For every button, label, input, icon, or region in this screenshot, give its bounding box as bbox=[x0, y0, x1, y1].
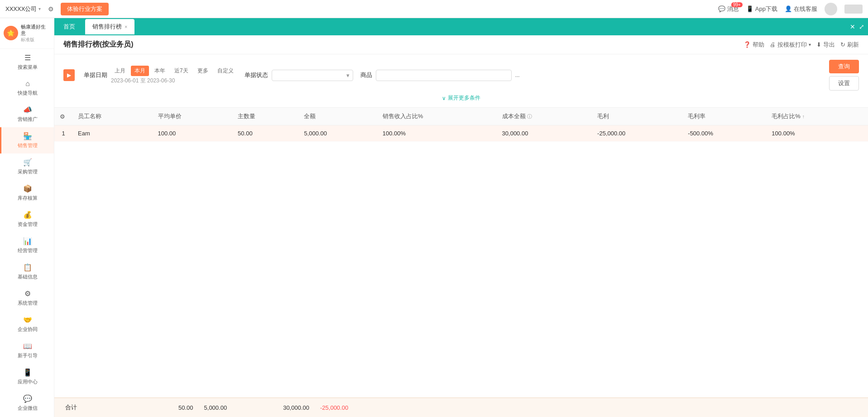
sidebar-item-search[interactable]: ☰ 搜索菜单 bbox=[0, 49, 54, 75]
tab-active[interactable]: 销售排行榜 × bbox=[85, 19, 134, 34]
logo-text-block: 畅康通好生意 标准版 bbox=[21, 24, 50, 43]
sidebar-item-label-quick-nav: 快捷导航 bbox=[18, 90, 38, 96]
sidebar-item-operations[interactable]: 📊 经营管理 bbox=[0, 232, 54, 259]
sidebar-item-onboarding[interactable]: 📖 新手引导 bbox=[0, 337, 54, 364]
date-range: 2023-06-01 至 2023-06-30 bbox=[111, 77, 237, 85]
table-row: 1 Eam 100.00 50.00 5,000.00 100.00% 30,0… bbox=[54, 125, 868, 142]
company-selector[interactable]: XXXXX公司 ▾ bbox=[5, 5, 41, 13]
sidebar-item-basic-info[interactable]: 📋 基础信息 bbox=[0, 259, 54, 285]
operations-icon: 📊 bbox=[23, 237, 32, 245]
status-select[interactable] bbox=[272, 70, 353, 81]
logo-tag: 标准版 bbox=[21, 37, 50, 43]
sidebar-item-marketing[interactable]: 📣 营销推广 bbox=[0, 101, 54, 127]
sidebar-item-collab[interactable]: 🤝 企业协同 bbox=[0, 311, 54, 337]
user-name-placeholder bbox=[844, 5, 863, 14]
date-filter: 单据日期 上月 本月 本年 近7天 更多 自定义 2023-06-01 至 20… bbox=[84, 66, 237, 85]
refresh-action[interactable]: ↻ 刷新 bbox=[840, 41, 859, 49]
expand-row: ∨ 展开更多条件 bbox=[63, 94, 859, 102]
footer-label: 合计 bbox=[60, 402, 82, 413]
cell-profit: -25,000.00 bbox=[592, 125, 682, 142]
date-tab-custom[interactable]: 自定义 bbox=[214, 66, 237, 76]
goods-input[interactable] bbox=[376, 70, 512, 81]
export-label: 导出 bbox=[823, 41, 835, 49]
logo-icon: 🌟 bbox=[4, 26, 18, 40]
date-tab-this-year[interactable]: 本年 bbox=[151, 66, 169, 76]
app-download-btn[interactable]: 📱 App下载 bbox=[746, 5, 777, 13]
refresh-label: 刷新 bbox=[847, 41, 859, 49]
help-label: 帮助 bbox=[753, 41, 764, 49]
onboarding-icon: 📖 bbox=[23, 342, 32, 350]
sidebar-item-label-purchase: 采购管理 bbox=[18, 168, 38, 175]
enterprise-wechat-icon: 💬 bbox=[23, 394, 32, 403]
settings-icon[interactable]: ⚙ bbox=[44, 3, 57, 15]
sidebar-item-finance[interactable]: 💰 资金管理 bbox=[0, 206, 54, 232]
sidebar-item-inventory[interactable]: 📦 库存核算 bbox=[0, 180, 54, 206]
filter-toggle[interactable]: ▶ bbox=[63, 69, 75, 81]
tab-bar-right: ✕ ⤢ bbox=[850, 23, 868, 30]
message-btn[interactable]: 💬 消息 99+ bbox=[718, 5, 739, 13]
table-head: ⚙ 员工名称 平均单价 主数量 全额 销售收入占比% 成本全额 ⓘ 毛利 毛利率… bbox=[54, 108, 868, 125]
footer-spacer-avg bbox=[137, 406, 173, 409]
sidebar-item-app-center[interactable]: 📱 应用中心 bbox=[0, 364, 54, 390]
page-content: 销售排行榜(按业务员) ❓ 帮助 🖨 按模板打印 ▾ ⬇ 导出 bbox=[54, 35, 868, 417]
page-title: 销售排行榜(按业务员) bbox=[63, 40, 134, 49]
date-tab-this-month[interactable]: 本月 bbox=[131, 66, 149, 76]
settings-button[interactable]: 设置 bbox=[829, 76, 859, 91]
tab-active-label: 销售排行榜 bbox=[92, 23, 122, 31]
sidebar-item-quick-nav[interactable]: ⌂ 快捷导航 bbox=[0, 75, 54, 101]
th-cost: 成本全额 ⓘ bbox=[497, 108, 592, 125]
content-area: 首页 销售排行榜 × ✕ ⤢ 销售排行榜(按业务员) ❓ 帮助 bbox=[54, 18, 868, 417]
table-wrapper: ⚙ 员工名称 平均单价 主数量 全额 销售收入占比% 成本全额 ⓘ 毛利 毛利率… bbox=[54, 108, 868, 417]
query-button[interactable]: 查询 bbox=[829, 60, 859, 73]
tab-home[interactable]: 首页 bbox=[54, 19, 84, 34]
table-scroll: ⚙ 员工名称 平均单价 主数量 全额 销售收入占比% 成本全额 ⓘ 毛利 毛利率… bbox=[54, 108, 868, 398]
cell-avg-price: 100.00 bbox=[153, 125, 233, 142]
service-icon: 👤 bbox=[785, 5, 792, 12]
print-label: 按模板打印 bbox=[777, 41, 807, 49]
tab-close-window-icon[interactable]: ✕ bbox=[850, 23, 855, 30]
date-tabs: 上月 本月 本年 近7天 更多 自定义 2023-06-01 至 2023-06… bbox=[111, 66, 237, 85]
sidebar-item-enterprise-wechat[interactable]: 💬 企业微信 bbox=[0, 390, 54, 416]
system-icon: ⚙ bbox=[24, 289, 31, 298]
company-arrow-icon: ▾ bbox=[38, 6, 41, 11]
filter-toggle-icon: ▶ bbox=[63, 69, 75, 81]
sidebar-item-label-operations: 经营管理 bbox=[18, 247, 38, 254]
th-profit-ratio: 毛利占比% ↑ bbox=[766, 108, 868, 125]
trial-button[interactable]: 体验行业方案 bbox=[61, 3, 109, 15]
sidebar-item-system[interactable]: ⚙ 系统管理 bbox=[0, 285, 54, 311]
action-buttons: 查询 设置 bbox=[829, 60, 859, 91]
page-header: 销售排行榜(按业务员) ❓ 帮助 🖨 按模板打印 ▾ ⬇ 导出 bbox=[54, 35, 868, 54]
online-service-btn[interactable]: 👤 在线客服 bbox=[785, 5, 817, 13]
cell-sales-ratio: 100.00% bbox=[377, 125, 497, 142]
print-action[interactable]: 🖨 按模板打印 ▾ bbox=[770, 41, 811, 49]
table-footer: 合计 50.00 5,000.00 30,000.00 -25,000.00 bbox=[54, 398, 868, 417]
sidebar-item-purchase[interactable]: 🛒 采购管理 bbox=[0, 153, 54, 180]
th-profit: 毛利 bbox=[592, 108, 682, 125]
avatar[interactable] bbox=[825, 3, 837, 15]
footer-spacer-ratio bbox=[232, 406, 278, 409]
tab-expand-icon[interactable]: ⤢ bbox=[859, 23, 864, 30]
status-label: 单据状态 bbox=[245, 71, 268, 79]
company-name: XXXXX公司 bbox=[5, 5, 37, 13]
date-tab-last-month[interactable]: 上月 bbox=[111, 66, 129, 76]
goods-more-btn[interactable]: ... bbox=[515, 72, 520, 78]
search-menu-icon: ☰ bbox=[24, 53, 31, 62]
goods-label: 商品 bbox=[360, 71, 372, 79]
th-settings[interactable]: ⚙ bbox=[54, 108, 72, 125]
date-tab-7days[interactable]: 近7天 bbox=[171, 66, 192, 76]
filter-row: ▶ 单据日期 上月 本月 本年 近7天 更多 自定义 bbox=[63, 60, 859, 91]
inventory-icon: 📦 bbox=[23, 184, 32, 193]
app-center-icon: 📱 bbox=[23, 368, 32, 377]
message-badge: 99+ bbox=[731, 2, 743, 7]
th-amount: 全额 bbox=[298, 108, 377, 125]
cell-profit-rate: -500.00% bbox=[682, 125, 766, 142]
sidebar-item-sales[interactable]: 🏪 销售管理 bbox=[0, 127, 54, 153]
expand-btn[interactable]: ∨ 展开更多条件 bbox=[442, 94, 480, 102]
date-tab-more[interactable]: 更多 bbox=[194, 66, 212, 76]
export-icon: ⬇ bbox=[816, 41, 821, 48]
tab-close-btn[interactable]: × bbox=[125, 24, 127, 29]
sidebar-item-label-enterprise-wechat: 企业微信 bbox=[18, 405, 38, 412]
help-action[interactable]: ❓ 帮助 bbox=[743, 41, 764, 49]
export-action[interactable]: ⬇ 导出 bbox=[816, 41, 835, 49]
page-header-actions: ❓ 帮助 🖨 按模板打印 ▾ ⬇ 导出 ↻ 刷新 bbox=[743, 41, 859, 49]
